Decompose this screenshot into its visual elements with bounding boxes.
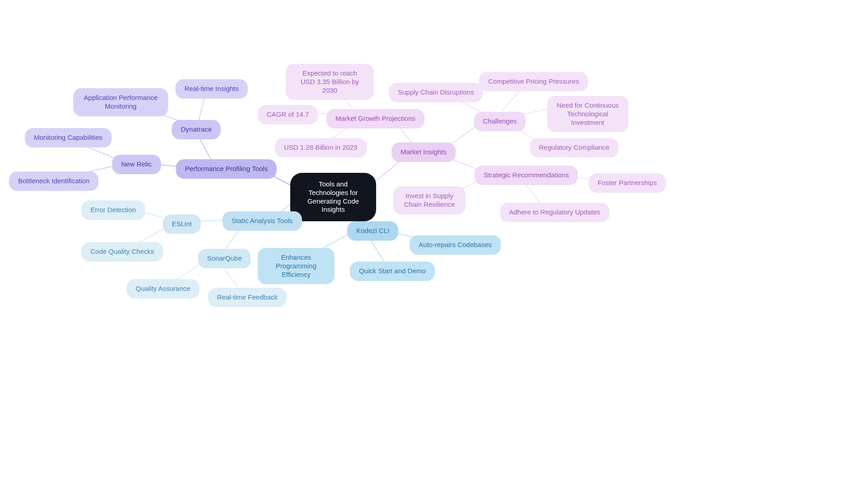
node-pricing: Competitive Pricing Pressures — [479, 72, 588, 91]
node-supply-chain: Supply Chain Disruptions — [389, 83, 483, 102]
node-growth: Market Growth Projections — [326, 109, 425, 128]
node-invest-resilience: Invest in Supply Chain Resilience — [393, 186, 466, 214]
node-strategic: Strategic Recommendations — [475, 166, 578, 185]
branch-kodezi: Kodezi CLI — [347, 221, 398, 241]
node-eslint: ESLint — [163, 214, 201, 234]
branch-performance: Performance Profiling Tools — [176, 159, 277, 179]
node-realtime-feedback: Real-time Feedback — [208, 288, 287, 307]
node-apm: Application Performance Monitoring — [73, 88, 168, 116]
node-challenges: Challenges — [474, 112, 526, 131]
node-qa: Quality Assurance — [127, 279, 199, 299]
node-realtime-insights: Real-time Insights — [175, 79, 248, 99]
node-partnerships: Foster Partnerships — [589, 173, 666, 193]
node-cagr: CAGR of 14.7 — [258, 105, 318, 124]
center-node: Tools and Technologies for Generating Co… — [290, 173, 376, 221]
node-growth-2030: Expected to reach USD 3.35 Billion by 20… — [286, 64, 374, 100]
branch-static: Static Analysis Tools — [222, 211, 302, 231]
node-enhances: Enhances Programming Efficiency — [258, 248, 335, 284]
node-adhere: Adhere to Regulatory Updates — [500, 203, 609, 222]
node-autorepair: Auto-repairs Codebases — [410, 235, 501, 255]
node-monitoring: Monitoring Capabilities — [25, 128, 112, 147]
node-dynatrace: Dynatrace — [172, 120, 221, 139]
node-quickstart: Quick Start and Demo — [350, 262, 435, 281]
node-code-quality: Code Quality Checks — [81, 242, 163, 262]
node-sonar: SonarQube — [198, 249, 251, 268]
svg-line-15 — [222, 265, 240, 290]
node-regulatory: Regulatory Compliance — [530, 138, 618, 157]
branch-market: Market Insights — [392, 143, 456, 162]
node-newrelic: New Relic — [112, 155, 161, 174]
node-tech-invest: Need for Continuous Technological Invest… — [547, 96, 628, 132]
node-bottleneck: Bottleneck Identification — [9, 171, 99, 191]
node-growth-2023: USD 1.28 Billion in 2023 — [275, 138, 367, 157]
node-error-detection: Error Detection — [81, 200, 145, 220]
